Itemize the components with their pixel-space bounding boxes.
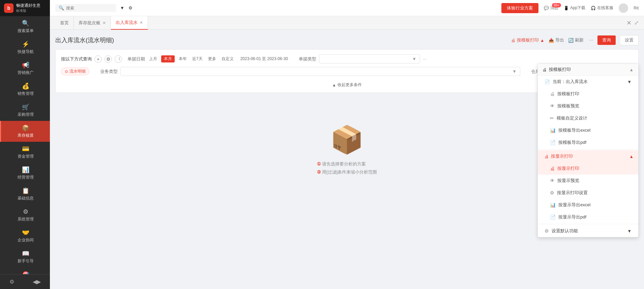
print-template-btn[interactable]: 🖨 按模板打印 ▲: [511, 37, 545, 43]
app-download-item[interactable]: 📱 App下载: [564, 5, 585, 11]
inventory-label: 库存核算: [18, 133, 34, 138]
sidebar-item-inventory[interactable]: 📦 库存核算: [0, 121, 50, 142]
tab-home[interactable]: 首页: [55, 16, 74, 30]
message-icon: 💬: [544, 6, 549, 10]
sidebar-item-finance[interactable]: 💳 资金管理: [0, 142, 50, 163]
sidebar-item-sales[interactable]: 💰 销售管理: [0, 79, 50, 100]
tab-inventory-batch-label: 库存批次账: [79, 20, 100, 26]
empty-step-1: 请先选择要分析的方案: [317, 161, 377, 167]
industry-btn[interactable]: 体验行业方案: [501, 3, 538, 13]
finance-icon: 💳: [22, 145, 29, 153]
query-btn[interactable]: 查询: [597, 35, 616, 45]
display-settings-label: 按显示打印设置: [557, 190, 588, 196]
sidebar-item-marketing[interactable]: 📢 营销推广: [0, 58, 50, 79]
filter-label: 按以下方式查询: [61, 56, 92, 62]
expand-tabs-icon[interactable]: ⤢: [634, 20, 639, 26]
filter-add-btn[interactable]: +: [94, 55, 102, 63]
date-btn-this-month[interactable]: 本月: [161, 55, 175, 62]
export-btn[interactable]: 📤 导出: [549, 37, 564, 43]
dropdown-template-print[interactable]: 🖨 按模板打印: [538, 88, 638, 100]
sidebar-item-system[interactable]: ⚙ 系统管理: [0, 205, 50, 226]
sidebar-item-apps[interactable]: 🎯 应用中心: [0, 267, 50, 274]
print-header-icon: 🖨: [543, 67, 547, 72]
sidebar-item-purchase[interactable]: 🛒 采购管理: [0, 100, 50, 121]
header-settings-icon[interactable]: ⚙: [128, 5, 133, 10]
biz-type-select[interactable]: ▼: [120, 67, 520, 76]
date-btn-last-month[interactable]: 上月: [148, 55, 158, 62]
tab-inout-flow[interactable]: 出入库流水 ✕: [111, 16, 148, 30]
dropdown-display-settings[interactable]: ⚙ 按显示打印设置: [538, 187, 638, 199]
filter-tag: ⊙ 流水明细: [61, 68, 89, 75]
doc-type-select[interactable]: ▼: [319, 54, 420, 63]
operation-icon: 📊: [22, 166, 29, 174]
dropdown-display-print[interactable]: 🖨 按显示打印: [538, 162, 638, 175]
dropdown-default-fn[interactable]: ⚙ 设置默认功能 ▼: [538, 225, 638, 237]
date-range-text: 2023-06-01 至 2023-06-30: [240, 56, 288, 62]
dropdown-template-custom[interactable]: ✏ 模板自定义设计: [538, 112, 638, 124]
service-icon: 🎧: [591, 6, 596, 10]
refresh-btn[interactable]: 🔄 刷新: [568, 37, 584, 43]
filter-settings-btn[interactable]: ⚙: [105, 55, 112, 63]
display-excel-icon: 📊: [550, 202, 556, 208]
header-search-box[interactable]: 🔍: [55, 4, 116, 12]
dropdown-template-pdf[interactable]: 📄 按模板导出pdf: [538, 136, 638, 149]
download-icon: 📱: [564, 6, 569, 10]
sidebar-item-enterprise[interactable]: 🤝 企业协同: [0, 226, 50, 246]
date-btn-custom[interactable]: 自定义: [220, 55, 235, 62]
current-template-label: 当前：出入库流水: [553, 79, 588, 85]
dropdown-current-template[interactable]: 📄 当前：出入库流水 ▼: [538, 76, 638, 88]
date-buttons: 上月 本月 本年 近7天 更多 自定义 2023-06-01 至 2023-06…: [148, 55, 288, 62]
close-all-tabs-icon[interactable]: ✕: [626, 19, 632, 27]
collapse-sidebar-icon[interactable]: ◀▶: [33, 279, 41, 285]
finance-label: 资金管理: [18, 154, 34, 159]
separator-1: [538, 149, 638, 150]
dropdown-display-excel[interactable]: 📊 按显示导出excel: [538, 199, 638, 211]
avatar[interactable]: [619, 3, 628, 13]
online-service-label: 在线客服: [597, 5, 613, 11]
display-pdf-icon: 📄: [550, 214, 556, 220]
dropdown-header-chevron-up[interactable]: ▲: [629, 67, 634, 72]
dropdown-template-excel[interactable]: 📊 按模板导出excel: [538, 124, 638, 136]
more-options-icon[interactable]: ···: [589, 37, 593, 43]
template-custom-icon: ✏: [550, 115, 554, 121]
dropdown-template-preview[interactable]: 👁 按模板预览: [538, 100, 638, 112]
message-item[interactable]: 💬 消息 99+: [544, 5, 558, 11]
print-btn-label: 按模板打印: [517, 37, 539, 43]
dropdown-display-preview[interactable]: 👁 按显示预览: [538, 175, 638, 187]
dropdown-display-submenu[interactable]: 🖨 按显示打印 ▲: [538, 150, 638, 162]
main-area: 🔍 ▼ ⚙ 体验行业方案 💬 消息 99+ 📱 App下载 🎧 在线客服: [50, 0, 644, 289]
tab-inout-flow-label: 出入库流水: [116, 20, 138, 26]
sidebar-nav: 🔍 搜索菜单 ⚡ 快捷导航 📢 营销推广 💰 销售管理 🛒 采购管理 📦 库存核…: [0, 16, 50, 274]
display-submenu-icon: 🖨: [545, 154, 549, 159]
search-input[interactable]: [66, 6, 113, 10]
sidebar-item-search[interactable]: 🔍 搜索菜单: [0, 16, 50, 37]
date-btn-7days[interactable]: 近7天: [191, 55, 204, 62]
page-header: 出入库流水(流水明细) 🖨 按模板打印 ▲ 📤 导出 🔄 刷新: [55, 35, 639, 45]
dropdown-template-header: 🖨 按模板打印 ▲: [538, 64, 638, 76]
collapse-more-btn[interactable]: ▲ 收起更多条件: [332, 82, 362, 88]
tab-inventory-batch[interactable]: 库存批次账 ✕: [74, 16, 111, 30]
current-template-chevron: ▼: [627, 79, 632, 84]
apps-icon: 🎯: [22, 271, 29, 274]
doc-type-more-icon[interactable]: ···: [423, 56, 427, 61]
tab-inout-flow-close[interactable]: ✕: [140, 20, 143, 25]
sidebar-item-basic[interactable]: 📋 基础信息: [0, 184, 50, 205]
date-btn-this-year[interactable]: 本年: [177, 55, 188, 62]
display-submenu-chevron: ▲: [629, 154, 634, 159]
filter-collapse-btn[interactable]: 《: [115, 55, 122, 63]
settings-bottom-icon[interactable]: ⚙: [9, 279, 14, 285]
online-service-item[interactable]: 🎧 在线客服: [591, 5, 613, 11]
sidebar-item-guide[interactable]: 📖 新手引导: [0, 246, 50, 267]
refresh-icon: 🔄: [568, 38, 574, 43]
app-logo-icon: b: [4, 3, 13, 13]
enterprise-icon: 🤝: [22, 229, 29, 236]
sidebar-item-quick_nav[interactable]: ⚡ 快捷导航: [0, 37, 50, 58]
header-chevron-icon[interactable]: ▼: [120, 5, 124, 10]
dropdown-display-pdf[interactable]: 📄 按显示导出pdf: [538, 211, 638, 223]
date-btn-more[interactable]: 更多: [207, 55, 217, 62]
settings-panel-btn[interactable]: 设置: [620, 35, 639, 45]
search-icon: 🔍: [22, 20, 29, 27]
sidebar-item-operation[interactable]: 📊 经营管理: [0, 163, 50, 184]
tag-label: 流水明细: [69, 69, 86, 74]
tab-inventory-batch-close[interactable]: ✕: [103, 21, 106, 25]
